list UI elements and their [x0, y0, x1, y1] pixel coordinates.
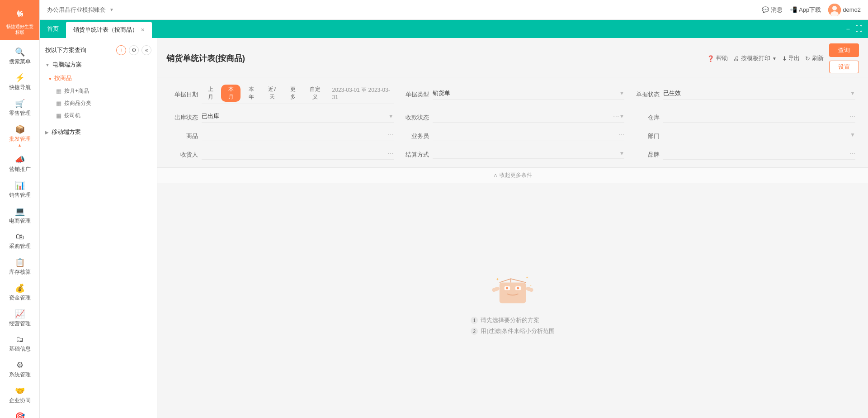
- date-btn-this-year[interactable]: 本年: [242, 85, 260, 102]
- filter-cell-status: 单据状态 已生效 ▼: [628, 83, 859, 106]
- empty-illustration: ✦ ✦ ✦: [490, 266, 535, 311]
- tree-parent-mobile[interactable]: ▶ 移动端方案: [40, 125, 157, 139]
- help-btn[interactable]: ❓ 帮助: [707, 54, 728, 62]
- tab-home[interactable]: 首页: [40, 20, 66, 38]
- sidebar-item-label-marketing: 营销推广: [9, 166, 31, 173]
- sidebar-item-label-sales: 销售管理: [9, 191, 31, 199]
- type-dropdown-icon[interactable]: ▼: [619, 90, 624, 96]
- app-download-btn[interactable]: 📲 App下载: [790, 6, 821, 14]
- sidebar-item-quick-nav[interactable]: ⚡ 快捷导航: [0, 69, 39, 95]
- goods-dots[interactable]: ···: [387, 131, 393, 139]
- sidebar-item-sales[interactable]: 📊 销售管理: [0, 177, 39, 203]
- department-dropdown-icon[interactable]: ▼: [850, 132, 855, 138]
- by-cashier-icon: ▦: [56, 112, 61, 119]
- stock-status-dropdown-icon[interactable]: ▼: [388, 113, 394, 119]
- industry-dropdown-icon[interactable]: ▼: [109, 7, 114, 12]
- brand-dots[interactable]: ···: [849, 149, 855, 157]
- type-filter-label: 单据类型: [401, 90, 433, 99]
- tab-close-icon[interactable]: ✕: [141, 27, 145, 33]
- recipient-dots[interactable]: ···: [387, 149, 393, 157]
- date-btn-7days[interactable]: 近7天: [262, 85, 283, 102]
- message-btn[interactable]: 💬 消息: [762, 6, 783, 14]
- collapse-btn-label: ∧ 收起更多条件: [493, 172, 532, 178]
- date-btn-custom[interactable]: 自定义: [304, 85, 327, 102]
- refresh-btn[interactable]: ↻ 刷新: [805, 54, 824, 62]
- page-title: 销货单统计表(按商品): [166, 53, 245, 64]
- tab-minimize-icon[interactable]: －: [844, 24, 852, 34]
- panel-header-title: 按以下方案查询: [45, 46, 86, 54]
- tab-maximize-icon[interactable]: ⛶: [855, 25, 863, 33]
- tree-item-by-month-goods-label: 按月+商品: [64, 87, 89, 95]
- date-btn-this-month[interactable]: 本月: [221, 85, 241, 102]
- user-area[interactable]: demo2: [828, 4, 861, 16]
- logo[interactable]: 畅 畅捷通好生意标版: [0, 0, 39, 40]
- salesperson-label: 业务员: [401, 132, 433, 140]
- brand-control: ···: [663, 149, 855, 160]
- tree-parent-pc[interactable]: ▼ 电脑端方案: [40, 58, 157, 71]
- sidebar-item-newbie[interactable]: 🎯 新手引导: [0, 408, 39, 418]
- content-area: 按以下方案查询 + ⚙ « ▼ 电脑端方案 ● 按商品 ▦ 按月+商品: [40, 38, 868, 418]
- tree-item-by-goods-category[interactable]: ▦ 按商品分类: [40, 97, 157, 109]
- sidebar-item-corp[interactable]: 🤝 企业协同: [0, 382, 39, 408]
- sidebar-item-label-ecommerce: 电商管理: [9, 217, 31, 225]
- system-icon: ⚙: [16, 360, 24, 370]
- tip-num-2: 2: [471, 328, 478, 335]
- filter-cell-date: 单据日期 上月 本月 本年 近7天 更多 自定义 2023-03-01 至 20…: [166, 83, 397, 106]
- sidebar: 畅 畅捷通好生意标版 🔍 搜索菜单 ⚡ 快捷导航 🛒 零售管理 📦 批发管理 ▲…: [0, 0, 40, 418]
- industry-label-area: 办公用品行业模拟账套 ▼: [47, 6, 114, 14]
- sidebar-item-operations[interactable]: 📈 经营管理: [0, 305, 39, 331]
- logo-text: 畅捷通好生意标版: [6, 24, 33, 35]
- sidebar-item-label-retail: 零售管理: [9, 109, 31, 117]
- sidebar-item-retail[interactable]: 🛒 零售管理: [0, 95, 39, 121]
- collapse-panel-btn[interactable]: «: [142, 45, 151, 55]
- tree-item-by-goods-label: 按商品: [54, 74, 72, 82]
- payment-status-dots[interactable]: ···: [613, 112, 619, 120]
- tree-item-by-cashier[interactable]: ▦ 按司机: [40, 109, 157, 122]
- add-scheme-btn[interactable]: +: [116, 45, 126, 55]
- date-filter-controls: 上月 本月 本年 近7天 更多 自定义 2023-03-01 至 2023-03…: [202, 85, 394, 104]
- sidebar-item-inventory[interactable]: 📋 库存核算: [0, 254, 39, 280]
- export-btn[interactable]: ⬇ 导出: [782, 54, 800, 62]
- date-range-value: 2023-03-01 至 2023-03-31: [332, 86, 394, 100]
- payment-status-dropdown-icon[interactable]: ▼: [619, 113, 624, 119]
- collapse-bar[interactable]: ∧ 收起更多条件: [157, 167, 868, 183]
- sidebar-item-finance[interactable]: 💰 资金管理: [0, 280, 39, 305]
- filter-cell-brand: 品牌 ···: [628, 147, 859, 162]
- sidebar-item-search[interactable]: 🔍 搜索菜单: [0, 43, 39, 69]
- tab-report[interactable]: 销货单统计表（按商品） ✕: [66, 22, 152, 38]
- settlement-control: ▼: [433, 150, 625, 159]
- filter-cell-payment: 收款状态 ··· ▼: [397, 110, 628, 124]
- query-button[interactable]: 查询: [829, 43, 859, 57]
- sidebar-item-wholesale[interactable]: 📦 批发管理 ▲: [0, 121, 39, 151]
- settings-button[interactable]: 设置: [829, 61, 859, 73]
- page-actions: ❓ 帮助 🖨 按模板打印 ▼ ⬇ 导出 ↻ 刷新: [707, 43, 859, 73]
- message-label: 消息: [771, 6, 783, 14]
- print-dropdown-icon[interactable]: ▼: [772, 56, 777, 61]
- settings-scheme-btn[interactable]: ⚙: [129, 45, 139, 55]
- recipient-control: ···: [202, 149, 394, 160]
- settlement-dropdown-icon[interactable]: ▼: [619, 150, 624, 157]
- filter-cell-type: 单据类型 销货单 ▼: [397, 83, 628, 106]
- sidebar-item-marketing[interactable]: 📣 营销推广: [0, 151, 39, 177]
- inventory-icon: 📋: [15, 257, 25, 267]
- warehouse-dots[interactable]: ···: [849, 112, 855, 120]
- help-icon: ❓: [707, 55, 714, 62]
- top-header: 办公用品行业模拟账套 ▼ 💬 消息 📲 App下载 de: [40, 0, 868, 20]
- template-print-btn[interactable]: 🖨 按模板打印 ▼: [733, 54, 777, 62]
- sidebar-item-base[interactable]: 🗂 基础信息: [0, 331, 39, 356]
- tree-item-by-month-goods[interactable]: ▦ 按月+商品: [40, 85, 157, 97]
- brand-label: 品牌: [632, 151, 663, 159]
- date-btn-last-month[interactable]: 上月: [202, 85, 219, 102]
- status-dropdown-icon[interactable]: ▼: [850, 90, 855, 96]
- sidebar-item-ecommerce[interactable]: 💻 电商管理: [0, 203, 39, 228]
- sidebar-item-system[interactable]: ⚙ 系统管理: [0, 356, 39, 382]
- tree-item-by-goods[interactable]: ● 按商品: [40, 71, 157, 85]
- salesperson-dots[interactable]: ···: [618, 131, 624, 139]
- type-filter-control: 销货单 ▼: [433, 89, 625, 100]
- filter-cell-warehouse: 仓库 ···: [628, 110, 859, 124]
- date-btn-more[interactable]: 更多: [284, 85, 302, 102]
- search-icon: 🔍: [15, 47, 25, 57]
- template-print-label: 按模板打印: [741, 54, 770, 62]
- sidebar-item-purchase[interactable]: 🛍 采购管理: [0, 228, 39, 254]
- filter-grid: 单据日期 上月 本月 本年 近7天 更多 自定义 2023-03-01 至 20…: [166, 83, 859, 162]
